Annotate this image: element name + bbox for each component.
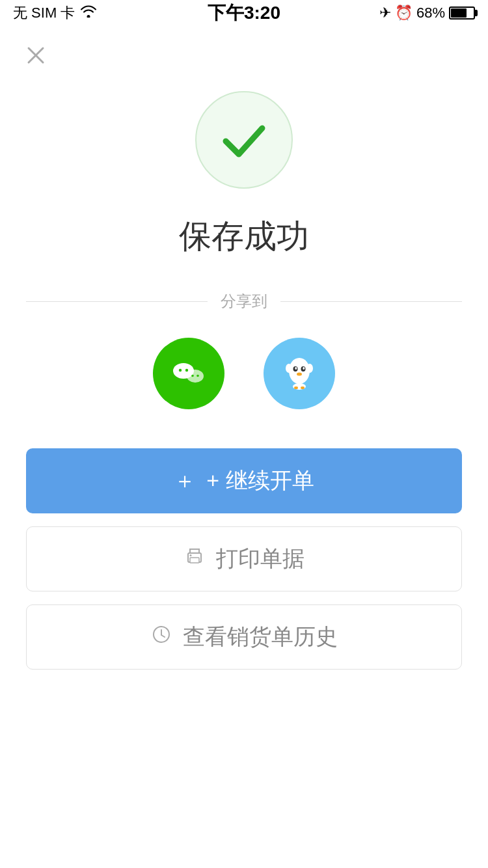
status-bar: 无 SIM 卡 下午3:20 ✈ ⏰ 68%	[0, 0, 488, 26]
battery-percent: 68%	[416, 5, 445, 21]
divider-right	[280, 301, 462, 302]
print-button[interactable]: 打印单据	[26, 526, 462, 591]
success-title: 保存成功	[179, 215, 309, 258]
status-time: 下午3:20	[208, 1, 280, 25]
printer-icon	[183, 545, 206, 573]
location-icon: ✈	[379, 5, 391, 21]
svg-point-14	[286, 364, 292, 373]
share-label: 分享到	[221, 291, 267, 312]
svg-rect-18	[301, 387, 305, 389]
history-icon	[150, 623, 172, 651]
battery-icon	[449, 7, 475, 20]
svg-point-7	[197, 375, 199, 377]
history-button[interactable]: 查看销货单历史	[26, 604, 462, 670]
svg-point-3	[187, 370, 204, 383]
wechat-share-button[interactable]	[153, 338, 224, 409]
print-label: 打印单据	[216, 544, 305, 574]
history-label: 查看销货单历史	[183, 622, 338, 652]
action-buttons: ＋ + 继续开单 打印单据 查看销货单历史	[26, 448, 462, 670]
close-button[interactable]	[20, 39, 52, 72]
svg-point-6	[191, 375, 194, 377]
svg-point-15	[306, 364, 313, 373]
svg-point-11	[295, 367, 297, 370]
no-sim-text: 无 SIM 卡	[13, 3, 75, 23]
svg-rect-20	[190, 558, 199, 563]
svg-point-12	[303, 367, 305, 370]
continue-order-button[interactable]: ＋ + 继续开单	[26, 448, 462, 513]
svg-point-5	[185, 369, 188, 372]
svg-point-4	[179, 369, 182, 372]
svg-point-13	[297, 373, 302, 376]
status-right: ✈ ⏰ 68%	[379, 5, 475, 21]
share-icons-row	[153, 338, 335, 409]
share-divider: 分享到	[26, 291, 462, 312]
wifi-icon	[80, 5, 97, 21]
wechat-icon	[168, 353, 210, 394]
svg-rect-17	[294, 387, 298, 389]
svg-point-8	[289, 358, 310, 384]
svg-point-21	[190, 554, 192, 556]
plus-icon: ＋	[174, 466, 196, 496]
main-content: 保存成功 分享到	[0, 72, 488, 868]
qq-icon	[278, 353, 320, 394]
status-left: 无 SIM 卡	[13, 3, 97, 23]
alarm-icon: ⏰	[395, 5, 413, 21]
qq-share-button[interactable]	[264, 338, 335, 409]
success-icon-circle	[195, 91, 293, 189]
checkmark-icon	[218, 114, 270, 166]
divider-left	[26, 301, 208, 302]
continue-order-label: + 继续开单	[206, 466, 314, 496]
